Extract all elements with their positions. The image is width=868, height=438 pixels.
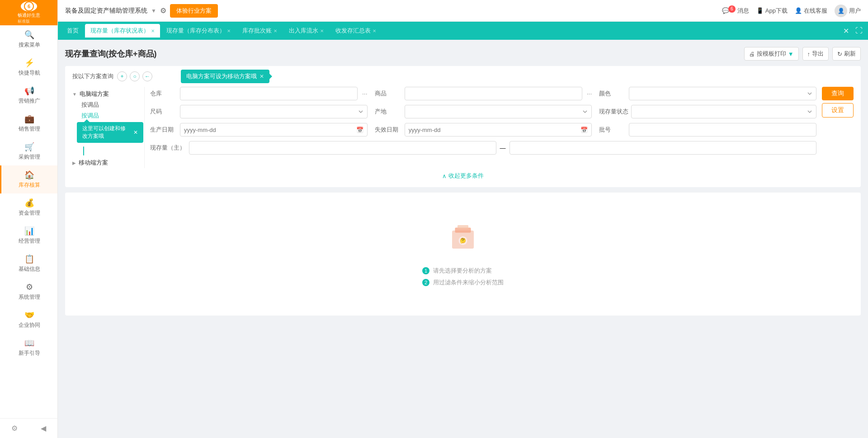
filter-header-btns: + ○ ← [117, 71, 152, 81]
goods-input[interactable] [405, 89, 582, 99]
sidebar-item-quicknav[interactable]: ⚡ 快捷导航 [0, 53, 57, 81]
tab-inventory-status-close[interactable]: ✕ [151, 28, 155, 33]
page-title: 现存量查询(按仓库+商品) [65, 48, 157, 59]
scheme-pc-parent[interactable]: ▼ 电脑端方案 [72, 89, 139, 99]
phone-icon: 📱 [756, 7, 764, 14]
scheme-mobile-parent[interactable]: ▶ 移动端方案 [72, 157, 139, 168]
enterprise-icon: 🤝 [24, 310, 34, 320]
scheme-panel: ▼ 电脑端方案 按调品 按调品 这里可以创建和修改方案哦 [72, 87, 145, 168]
notif-badge: 6 [728, 5, 736, 13]
sidebar-item-label: 销售管理 [19, 125, 40, 133]
sidebar-item-purchase[interactable]: 🛒 采购管理 [0, 137, 57, 165]
sidebar: 6 畅通好生意 标准版 🔍 搜索菜单 ⚡ 快捷导航 📢 营销推广 💼 销售管理 … [0, 0, 58, 438]
system-icon: ⚙ [26, 282, 33, 292]
tab-home[interactable]: 首页 [61, 24, 84, 38]
filter-row-1: 仓库 ··· 商品 ··· [150, 87, 816, 100]
online-service-btn[interactable]: 👤 在线客服 [795, 7, 827, 15]
inv-status-label: 现存量状态 [599, 108, 628, 116]
filter-body: ▼ 电脑端方案 按调品 按调品 这里可以创建和修改方案哦 [72, 87, 854, 168]
sidebar-item-sales[interactable]: 💼 销售管理 [0, 109, 57, 137]
scheme-pc-child-2[interactable]: 按调品 [72, 110, 139, 121]
sidebar-item-system[interactable]: ⚙ 系统管理 [0, 278, 57, 306]
prev-scheme-btn[interactable]: ← [142, 71, 152, 81]
fullscreen-btn[interactable]: ⛶ [854, 25, 864, 37]
filter-warehouse: 仓库 ··· [150, 87, 368, 100]
size-select[interactable] [180, 105, 368, 118]
reset-btn[interactable]: 设置 [822, 103, 854, 118]
tab-collect-summary[interactable]: 收发存汇总表 ✕ [330, 24, 382, 38]
tip-num-1: 1 [422, 267, 429, 274]
message-btn[interactable]: 💬 6 消息 [722, 7, 749, 15]
tab-inout-flow-close[interactable]: ✕ [320, 28, 324, 33]
print-btn[interactable]: 🖨 按模板打印 ▼ [744, 47, 799, 61]
tab-inventory-dist-close[interactable]: ✕ [227, 28, 231, 33]
sidebar-item-label: 企业协同 [19, 321, 40, 329]
logo-icon: 6 [21, 1, 37, 11]
tab-batch-account[interactable]: 库存批次账 ✕ [237, 24, 283, 38]
scheme-connector-line [72, 146, 139, 155]
tab-batch-account-close[interactable]: ✕ [274, 28, 277, 33]
inv-status-select[interactable] [631, 105, 816, 118]
filter-color: 颜色 [599, 87, 816, 100]
add-scheme-btn[interactable]: + [117, 71, 127, 81]
inv-qty-max-input[interactable] [509, 141, 817, 155]
sidebar-item-inventory[interactable]: 🏠 库存核算 [0, 165, 57, 193]
sidebar-item-marketing[interactable]: 📢 营销推广 [0, 81, 57, 109]
app-logo: 6 畅通好生意 标准版 [0, 0, 57, 25]
collapse-sidebar-btn[interactable]: ◀ [41, 424, 46, 433]
svg-text:🤔: 🤔 [460, 237, 466, 244]
sidebar-item-operation[interactable]: 📊 经营管理 [0, 221, 57, 250]
empty-tip-2: 2 用过滤条件来缩小分析范围 [422, 277, 504, 288]
export-btn[interactable]: ↑ 导出 [802, 47, 829, 61]
sidebar-item-label: 资金管理 [19, 209, 40, 217]
tab-collect-summary-label: 收发存汇总表 [335, 27, 371, 35]
filter-collapse-btn[interactable]: ∧ 收起更多条件 [72, 168, 854, 182]
edit-scheme-tooltip-close[interactable]: ✕ [133, 129, 138, 136]
goods-more-btn[interactable]: ··· [587, 90, 592, 97]
filter-fields-panel: 仓库 ··· 商品 ··· [150, 87, 816, 168]
sidebar-item-guide[interactable]: 📖 新手引导 [0, 334, 57, 362]
scheme-pc-child-1[interactable]: 按调品 [72, 99, 139, 110]
color-select[interactable] [629, 87, 816, 100]
calendar-icon-expire[interactable]: 📅 [577, 127, 591, 133]
warehouse-input[interactable] [180, 89, 357, 99]
batch-num-input[interactable] [629, 123, 816, 137]
close-all-tabs-btn[interactable]: ✕ [841, 25, 851, 37]
refresh-icon: ↻ [837, 51, 842, 57]
refresh-btn[interactable]: ↻ 刷新 [832, 47, 861, 61]
inv-qty-min-input[interactable] [189, 141, 496, 155]
topbar-left: 装备及固定资产辅助管理系统 ▼ ⚙ 体验行业方案 [65, 4, 218, 18]
app-download-btn[interactable]: 📱 App下载 [756, 7, 788, 15]
logo-text: 畅通好生意 标准版 [18, 12, 40, 24]
search-btn[interactable]: 查询 [822, 87, 854, 100]
calendar-icon-produce[interactable]: 📅 [353, 127, 367, 133]
expire-date-input[interactable] [405, 125, 577, 135]
tab-collect-summary-close[interactable]: ✕ [373, 28, 376, 33]
filter-header: 按以下方案查询 + ○ ← 电脑方案可设为移动方案哦 ✕ [72, 71, 854, 81]
tab-inventory-status[interactable]: 现存量（库存状况表） ✕ [85, 24, 160, 38]
user-profile-btn[interactable]: 👤 用户 [835, 5, 861, 17]
sidebar-item-basic[interactable]: 📋 基础信息 [0, 250, 57, 278]
tab-inout-flow[interactable]: 出入库流水 ✕ [283, 24, 329, 38]
sales-icon: 💼 [24, 114, 34, 124]
topbar-settings-btn[interactable]: ⚙ [160, 6, 166, 15]
sidebar-item-finance[interactable]: 💰 资金管理 [0, 193, 57, 221]
tab-inventory-dist[interactable]: 现存量（库存分布表） ✕ [161, 24, 236, 38]
origin-select[interactable] [405, 105, 592, 118]
filter-header-label: 按以下方案查询 [72, 72, 113, 80]
produce-date-input[interactable] [180, 125, 353, 135]
tabbar-actions: ✕ ⛶ [841, 25, 864, 37]
settings-footer-btn[interactable]: ⚙ [11, 424, 18, 433]
sidebar-item-search[interactable]: 🔍 搜索菜单 [0, 25, 57, 53]
sidebar-item-enterprise[interactable]: 🤝 企业协同 [0, 306, 57, 334]
add-scheme-tooltip-close[interactable]: ✕ [259, 73, 264, 80]
service-icon: 👤 [795, 7, 802, 14]
warehouse-more-btn[interactable]: ··· [362, 90, 368, 97]
system-dropdown-btn[interactable]: ▼ [151, 8, 156, 14]
batch-num-label: 批号 [599, 126, 626, 134]
edit-scheme-btn[interactable]: ○ [130, 71, 140, 81]
sidebar-nav: 🔍 搜索菜单 ⚡ 快捷导航 📢 营销推广 💼 销售管理 🛒 采购管理 🏠 库存核… [0, 25, 57, 418]
trial-btn[interactable]: 体验行业方案 [170, 4, 218, 18]
filter-panel: 按以下方案查询 + ○ ← 电脑方案可设为移动方案哦 ✕ [65, 66, 861, 187]
tabbar: 首页 现存量（库存状况表） ✕ 现存量（库存分布表） ✕ 库存批次账 ✕ 出入库… [58, 22, 868, 40]
